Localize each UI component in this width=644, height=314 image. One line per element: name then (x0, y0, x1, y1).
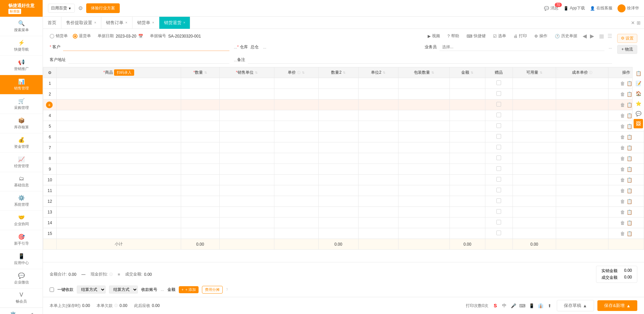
edge-btn-3[interactable]: 🏠 (634, 89, 643, 98)
copy-row-icon[interactable]: 📋 (627, 91, 632, 97)
edge-btn-5[interactable]: 💬 (634, 109, 643, 118)
unit2-cell[interactable] (358, 78, 398, 89)
delete-row-icon[interactable]: 🗑 (620, 145, 625, 150)
packqty-cell-active[interactable] (398, 100, 449, 110)
qty-cell-active[interactable] (181, 100, 219, 110)
cash-discount-info[interactable]: ⓘ (109, 272, 113, 277)
sidebar-item-system[interactable]: ⚙️ 系统管理 (0, 191, 43, 211)
app-download-button[interactable]: 📱 App下载 (564, 5, 585, 11)
col-header-gear[interactable]: ⚙ (43, 67, 57, 78)
sidebar-item-marketing[interactable]: 📢 营销推广 (0, 56, 43, 75)
split-fee-button[interactable]: 费用分摊 (202, 286, 223, 294)
print-btn[interactable]: 🖨 打印 (512, 32, 529, 40)
salesperson-dots[interactable]: ... (609, 45, 612, 50)
delete-row-icon[interactable]: 🗑 (620, 199, 625, 204)
copy-row-icon[interactable]: 📋 (627, 167, 632, 172)
sidebar-item-shortcut[interactable]: ⚡ 快捷导航 (0, 36, 43, 56)
operate-btn[interactable]: ⚙ 操作 (532, 32, 549, 40)
tab-grid-icon[interactable]: ⊞ (637, 20, 641, 25)
delete-row-icon[interactable]: 🗑 (620, 188, 625, 193)
message-button[interactable]: 💬 消息 70 (544, 5, 558, 11)
save-draft-button[interactable]: 保存草稿 ▲ (557, 300, 594, 311)
sidebar-item-finance[interactable]: 💰 资金管理 (0, 133, 43, 153)
sidebar-item-enterprise[interactable]: 🤝 企业协同 (0, 211, 43, 230)
nav-prev-icon[interactable]: ◀ (583, 33, 587, 39)
settings-button[interactable]: ⚙ 设置 (617, 34, 637, 43)
salesperson-input[interactable] (439, 43, 604, 51)
gift-checkbox-active[interactable] (496, 102, 501, 107)
edge-btn-2[interactable]: 📝 (634, 79, 643, 88)
tab-sale-order-close[interactable]: × (125, 21, 127, 24)
address-input[interactable] (68, 56, 229, 64)
tab-sale-return-close[interactable]: × (183, 21, 185, 24)
bottom-icon4[interactable]: 📱 (528, 302, 535, 309)
topbar-gear-icon[interactable]: ⚙ (78, 5, 83, 11)
product-cell[interactable] (57, 89, 181, 100)
tab-sale-return[interactable]: 销货退货 × (159, 17, 191, 29)
gift-checkbox[interactable] (496, 123, 501, 128)
copy-row-icon[interactable]: 📋 (627, 124, 632, 129)
nav-next-icon[interactable]: ▶ (590, 33, 594, 39)
tab-sale-price-close[interactable]: × (94, 21, 96, 24)
unit-cell[interactable] (219, 78, 274, 89)
bottom-icon5[interactable]: 👔 (537, 302, 544, 309)
tab-sale-order[interactable]: 销售订单 × (101, 17, 132, 29)
delete-row-icon[interactable]: 🗑 (620, 134, 625, 140)
amount-cell-active[interactable] (450, 100, 485, 110)
copy-row-icon[interactable]: 📋 (627, 177, 632, 183)
gift-checkbox[interactable] (496, 209, 501, 214)
list-view-icon[interactable]: ☰ (607, 33, 612, 39)
tab-close-all-icon[interactable]: ✕ (631, 20, 635, 25)
payment-method-select[interactable]: 结算方式 (77, 286, 106, 294)
delete-row-icon[interactable]: 🗑 (620, 91, 625, 97)
collapse-icon[interactable]: ◀ (29, 311, 33, 314)
gift-checkbox[interactable] (496, 134, 501, 139)
unit-cell[interactable] (219, 89, 274, 100)
gift-checkbox[interactable] (496, 80, 501, 85)
experience-button[interactable]: 体验行业方案 (86, 3, 120, 13)
qty-cell[interactable] (181, 89, 219, 100)
calc-method-select[interactable]: 结算方式 (109, 286, 138, 294)
sidebar-item-basic[interactable]: 🗂 基础信息 (0, 172, 43, 191)
gift-checkbox[interactable] (496, 177, 501, 182)
tab-sale-bill-close[interactable]: × (152, 21, 154, 24)
sidebar-item-appcenter[interactable]: 📱 应用中心 (0, 250, 43, 269)
logistics-button[interactable]: + 物流 (617, 45, 637, 54)
warehouse-dots[interactable]: ... (263, 45, 266, 50)
qty2-cell[interactable] (318, 89, 358, 100)
delete-row-icon[interactable]: 🗑 (620, 156, 625, 161)
online-service-button[interactable]: 👤 在线客服 (590, 5, 612, 11)
costprice-cell[interactable] (556, 78, 608, 89)
bottom-icon2[interactable]: 🎤 (510, 302, 517, 309)
split-fee-info[interactable]: ? (226, 288, 228, 292)
delete-row-icon[interactable]: 🗑 (620, 124, 625, 129)
qty-cell[interactable] (181, 78, 219, 89)
add-fee-button[interactable]: + + 添加 (179, 286, 199, 293)
copy-row-icon[interactable]: 📋 (627, 134, 632, 140)
product-cell-active[interactable] (57, 100, 181, 110)
scan-button[interactable]: 扫码录入 (114, 69, 134, 76)
amount-cell[interactable] (450, 89, 485, 100)
costprice-cell[interactable] (556, 89, 608, 100)
packqty-cell[interactable] (398, 78, 449, 89)
account-input-area[interactable]: ... (161, 287, 164, 292)
calendar-icon[interactable]: 📅 (138, 34, 143, 39)
address-dots[interactable]: ... (234, 58, 237, 62)
copy-row-icon[interactable]: 📋 (627, 231, 632, 236)
delete-row-icon[interactable]: 🗑 (620, 113, 625, 118)
delete-row-icon[interactable]: 🗑 (620, 167, 625, 172)
delete-row-icon[interactable]: 🗑 (620, 102, 625, 108)
shortcut-btn[interactable]: ⌨ 快捷键 (465, 32, 488, 40)
qty2-cell-active[interactable] (318, 100, 358, 110)
copy-row-icon[interactable]: 📋 (627, 188, 632, 193)
tab-sale-bill[interactable]: 销货单 × (132, 17, 159, 29)
select-btn[interactable]: ☑ 选单 (491, 32, 508, 40)
gift-checkbox[interactable] (496, 198, 501, 203)
unit-cell-active[interactable] (219, 100, 274, 110)
copy-row-icon[interactable]: 📋 (627, 156, 632, 161)
gift-checkbox[interactable] (496, 220, 501, 225)
copy-row-icon[interactable]: 📋 (627, 145, 632, 150)
copy-row-icon[interactable]: 📋 (627, 199, 632, 204)
gift-checkbox[interactable] (496, 155, 501, 160)
sidebar-item-operation[interactable]: 📈 经营管理 (0, 153, 43, 172)
